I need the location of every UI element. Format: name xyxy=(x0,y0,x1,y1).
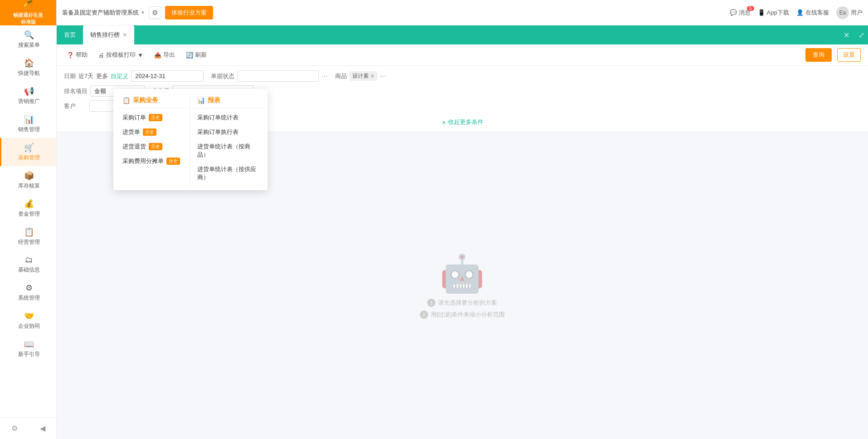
receive-stat-supplier-label: 进货单统计表（按供应商） xyxy=(197,165,259,182)
empty-hint-1-text: 请先选择要分析的方案 xyxy=(438,299,497,307)
collapse-icon: ∧ xyxy=(442,119,446,126)
coop-icon: 🤝 xyxy=(24,311,34,321)
stock-icon: 📦 xyxy=(24,171,34,181)
tabbar-expand-btn[interactable]: ⤢ xyxy=(855,31,868,39)
tab-close-icon[interactable]: ✕ xyxy=(122,32,127,38)
purchase-order-badge: 历史 xyxy=(149,114,162,121)
purchase-icon: 🛒 xyxy=(24,143,34,153)
app-label: App下载 xyxy=(767,9,789,17)
date-quick-7d[interactable]: 近7天 xyxy=(78,72,93,80)
topbar-msg-btn[interactable]: 💬 消息 5 xyxy=(730,9,751,17)
order-exec-label: 采购订单执行表 xyxy=(197,128,239,136)
finance-label: 资金管理 xyxy=(18,210,40,218)
date-input[interactable] xyxy=(131,70,204,82)
print-btn[interactable]: 🖨 按模板打印 ▼ xyxy=(96,49,146,61)
user-label: 用户 xyxy=(851,9,863,17)
system-label: 系统管理 xyxy=(18,294,40,302)
sidebar-settings-btn[interactable]: ⚙ xyxy=(10,422,20,434)
msg-icon: 💬 xyxy=(730,9,737,16)
sidebar-item-finance[interactable]: 💰资金管理 xyxy=(0,194,56,222)
report-header-icon: 📊 xyxy=(197,97,205,104)
dropdown-item-receive-stat-goods[interactable]: 进货单统计表（按商品） xyxy=(194,139,263,162)
customer-label: 客户 xyxy=(64,102,76,110)
sidebar-item-guide[interactable]: 📖新手引导 xyxy=(0,335,56,363)
finance-icon: 💰 xyxy=(24,199,34,209)
goods-filter: 商品 设计素 ✕ ··· xyxy=(335,71,386,81)
dropdown-item-order-stat[interactable]: 采购订单统计表 xyxy=(194,110,263,125)
dropdown-item-purchase-order[interactable]: 采购订单 历史 xyxy=(119,110,188,125)
search-label: 搜索菜单 xyxy=(18,41,40,49)
help-icon: ❓ xyxy=(67,52,74,59)
settings-btn[interactable]: 设置 xyxy=(837,48,861,62)
tab-home[interactable]: 首页 xyxy=(57,25,83,44)
goods-tag-text: 设计素 xyxy=(352,72,369,80)
tab-sales-rank[interactable]: 销售排行榜 ✕ xyxy=(83,25,134,44)
sidebar-item-sales[interactable]: 📊销售管理 xyxy=(0,110,56,138)
goods-dots[interactable]: ··· xyxy=(380,72,386,80)
logo-title: 畅捷通好生意 xyxy=(13,12,43,19)
guide-icon: 📖 xyxy=(24,339,34,349)
topbar-user-btn[interactable]: Ea 用户 xyxy=(836,6,863,19)
sidebar-collapse-btn[interactable]: ◀ xyxy=(38,422,47,434)
basic-icon: 🗂 xyxy=(25,255,33,265)
sales-label: 销售管理 xyxy=(18,126,40,133)
basic-label: 基础信息 xyxy=(18,266,40,274)
empty-hint-2-text: 用[过滤]条件来缩小分析范围 xyxy=(431,311,505,319)
sidebar-item-purchase[interactable]: 🛒采购管理 xyxy=(0,138,56,166)
doc-status-input[interactable] xyxy=(237,70,319,82)
sidebar-nav: 🔍搜索菜单🏠快捷导航📢营销推广📊销售管理🛒采购管理📦库存核算💰资金管理📋经营管理… xyxy=(0,25,56,417)
main-area: 装备及固定资产辅助管理系统 ▼ ⚙ 体验行业方案 💬 消息 5 📱 App下载 … xyxy=(57,0,868,439)
marketing-label: 营销推广 xyxy=(18,98,40,105)
refresh-btn[interactable]: 🔄 刷新 xyxy=(183,49,210,61)
industry-btn[interactable]: 体验行业方案 xyxy=(165,6,213,20)
help-btn[interactable]: ❓ 帮助 xyxy=(64,49,90,61)
toolbar-row: ❓ 帮助 🖨 按模板打印 ▼ 📤 导出 🔄 刷新 查询 设置 xyxy=(57,44,868,66)
receive-label: 进货单 xyxy=(122,128,140,136)
date-filter: 日期 近7天 更多 自定义 xyxy=(64,70,204,82)
dropdown-item-expense[interactable]: 采购费用分摊单 历史 xyxy=(119,154,188,168)
sidebar-item-system[interactable]: ⚙系统管理 xyxy=(0,278,56,306)
purchase-header-icon: 📋 xyxy=(122,97,130,104)
stock-label: 库存核算 xyxy=(18,182,40,190)
goods-label: 商品 xyxy=(335,72,347,80)
nav-label: 快捷导航 xyxy=(18,69,40,77)
date-quick-more[interactable]: 更多 xyxy=(96,72,108,80)
sidebar-item-stock[interactable]: 📦库存核算 xyxy=(0,166,56,194)
tab-home-label: 首页 xyxy=(64,31,76,39)
purchase-header-label: 采购业务 xyxy=(133,96,158,104)
sidebar-item-search[interactable]: 🔍搜索菜单 xyxy=(0,25,56,54)
dropdown-cols: 📋 采购业务 采购订单 历史 进货单 历史 进货退货 历史 xyxy=(113,94,268,185)
print-label: 按模板打印 xyxy=(106,51,136,59)
sales-icon: 📊 xyxy=(24,114,34,124)
sidebar-item-nav[interactable]: 🏠快捷导航 xyxy=(0,54,56,82)
sidebar-item-operation[interactable]: 📋经营管理 xyxy=(0,222,56,251)
system-icon: ⚙ xyxy=(25,283,33,293)
sidebar-item-basic[interactable]: 🗂基础信息 xyxy=(0,251,56,278)
topbar-dropdown-arrow: ▼ xyxy=(141,10,145,15)
tabbar: 首页 销售排行榜 ✕ ✕ ⤢ xyxy=(57,25,868,44)
system-title-dropdown[interactable]: 装备及固定资产辅助管理系统 ▼ xyxy=(62,9,145,17)
purchase-label: 采购管理 xyxy=(18,154,40,162)
doc-status-dots[interactable]: ··· xyxy=(322,72,327,80)
dropdown-purchase-header: 📋 采购业务 xyxy=(119,94,188,109)
dropdown-item-order-exec[interactable]: 采购订单执行表 xyxy=(194,125,263,139)
search-icon: 🔍 xyxy=(24,30,34,40)
dropdown-col-purchase: 📋 采购业务 采购订单 历史 进货单 历史 进货退货 历史 xyxy=(119,94,188,185)
tabbar-global-close-btn[interactable]: ✕ xyxy=(838,31,855,39)
query-btn[interactable]: 查询 xyxy=(805,48,832,62)
dropdown-item-return[interactable]: 进货退货 历史 xyxy=(119,139,188,154)
dropdown-item-receive[interactable]: 进货单 历史 xyxy=(119,125,188,139)
topbar-service-btn[interactable]: 👤 在线客服 xyxy=(796,9,829,17)
goods-tag-close[interactable]: ✕ xyxy=(370,73,375,79)
logo-subtitle: 标准版 xyxy=(21,19,36,25)
date-quick-custom[interactable]: 自定义 xyxy=(111,72,128,80)
refresh-label: 刷新 xyxy=(195,51,207,59)
dropdown-item-receive-stat-supplier[interactable]: 进货单统计表（按供应商） xyxy=(194,162,263,185)
sidebar-item-coop[interactable]: 🤝企业协同 xyxy=(0,306,56,335)
export-btn[interactable]: 📤 导出 xyxy=(151,49,178,61)
topbar-settings-btn[interactable]: ⚙ xyxy=(149,6,161,19)
sidebar-item-marketing[interactable]: 📢营销推广 xyxy=(0,82,56,110)
topbar-app-btn[interactable]: 📱 App下载 xyxy=(758,9,789,17)
goods-tag: 设计素 ✕ xyxy=(350,71,377,81)
operation-label: 经营管理 xyxy=(18,238,40,246)
